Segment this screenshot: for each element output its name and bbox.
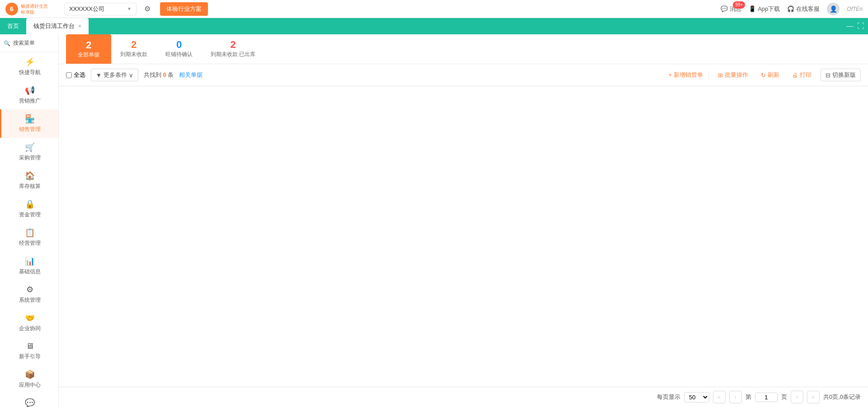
empty-placeholder (59, 86, 868, 387)
related-link[interactable]: 相关单据 (179, 71, 203, 79)
sidebar-item-system[interactable]: ⚙ 系统管理 (0, 280, 58, 309)
logo-area: 6 畅捷通好生意 标准版 (5, 3, 64, 15)
settings-button[interactable]: ⚙ (140, 2, 155, 16)
page-number-input[interactable] (755, 393, 778, 402)
sidebar-item-app-center[interactable]: 📦 应用中心 (0, 365, 58, 393)
stats-tabs: 2 全部单据 2 到期未收款 0 旺铺待确认 2 到期未收款 已出库 (59, 34, 868, 64)
table-area (59, 86, 868, 387)
newbie-icon: 🖥 (26, 342, 34, 351)
system-icon: ⚙ (26, 285, 33, 295)
stats-tab-overdue[interactable]: 2 到期未收款 (111, 34, 156, 64)
finance-icon: 🔒 (25, 199, 35, 209)
total-records-text: 共0页,0条记录 (823, 393, 861, 401)
app-name: 畅捷通好生意 标准版 (21, 3, 48, 15)
stats-all-num: 2 (86, 39, 91, 51)
stats-shipped-num: 2 (231, 39, 236, 51)
batch-operate-button[interactable]: ⊞ 批量操作 (714, 69, 752, 81)
sidebar: 🔍 搜索菜单 ⚡ 快捷导航 📢 营销推广 🏪 销售管理 🛒 采购管理 🏠 库存核… (0, 34, 59, 407)
toolbar-right: + 新增销货单 ⊞ 批量操作 ↻ 刷新 🖨 打印 ⊟ 切换新版 (669, 69, 861, 81)
sidebar-item-purchase[interactable]: 🛒 采购管理 (0, 138, 58, 166)
message-badge: 99+ (733, 1, 745, 9)
sidebar-item-sales[interactable]: 🏪 销售管理 (0, 109, 58, 138)
sidebar-item-finance[interactable]: 🔒 资金管理 (0, 195, 58, 223)
sidebar-item-inventory[interactable]: 🏠 库存核算 (0, 166, 58, 195)
often-label: OfTEn (847, 6, 863, 12)
message-button[interactable]: 💬 消息 99+ (721, 5, 741, 13)
nav-tabs: 首页 钱货日清工作台 × — ⛶ (0, 18, 868, 34)
search-icon: 🔍 (4, 40, 10, 47)
page-suffix: 页 (781, 393, 787, 401)
page-size-label: 每页显示 (657, 393, 680, 401)
batch-icon: ⊞ (718, 72, 723, 79)
main-layout: 🔍 搜索菜单 ⚡ 快捷导航 📢 营销推广 🏪 销售管理 🛒 采购管理 🏠 库存核… (0, 34, 868, 407)
refresh-icon: ↻ (761, 72, 766, 79)
pagination-bar: 每页显示 50 20 100 200 « ‹ 第 页 › » 共0页,0条记录 (59, 387, 868, 407)
stats-pending-num: 0 (176, 39, 182, 51)
basics-icon: 📊 (25, 256, 35, 266)
app-download-button[interactable]: 📱 App下载 (749, 5, 780, 13)
service-icon: 🎧 (787, 5, 794, 12)
toolbar: 全选 ▼ 更多条件 ∨ 共找到 0 条 相关单据 + 新增销货单 ⊞ (59, 64, 868, 86)
trial-button[interactable]: 体验行业方案 (160, 2, 208, 16)
print-icon: 🖨 (792, 72, 798, 79)
stats-tab-all[interactable]: 2 全部单据 (66, 34, 111, 64)
purchase-icon: 🛒 (25, 142, 35, 152)
divider (708, 71, 709, 79)
sales-icon: 🏪 (25, 114, 35, 124)
online-service-button[interactable]: 🎧 在线客服 (787, 5, 820, 13)
checkbox-input[interactable] (66, 72, 72, 78)
print-button[interactable]: 🖨 打印 (788, 69, 815, 81)
wechat-icon: 💬 (25, 398, 35, 407)
sidebar-item-newbie[interactable]: 🖥 新手引导 (0, 337, 58, 365)
chevron-down-icon: ∨ (129, 72, 133, 79)
found-count: 0 (163, 71, 166, 78)
last-page-button[interactable]: » (807, 391, 820, 403)
app-center-icon: 📦 (25, 370, 35, 379)
sidebar-search-area[interactable]: 🔍 搜索菜单 (0, 34, 58, 52)
stats-pending-label: 旺铺待确认 (165, 51, 193, 58)
maximize-icon[interactable]: ⛶ (857, 22, 864, 30)
stats-tab-pending[interactable]: 0 旺铺待确认 (156, 34, 202, 64)
sidebar-item-wechat[interactable]: 💬 企业微信 (0, 393, 58, 407)
quick-nav-icon: ⚡ (25, 57, 35, 67)
stats-all-label: 全部单据 (78, 51, 99, 59)
inventory-icon: 🏠 (25, 171, 35, 181)
stats-overdue-num: 2 (131, 39, 137, 51)
prev-page-button[interactable]: ‹ (729, 391, 742, 403)
next-page-button[interactable]: › (791, 391, 803, 403)
page-label: 第 (745, 393, 751, 401)
minimize-icon[interactable]: — (846, 22, 854, 30)
tab-close-icon[interactable]: × (78, 23, 81, 29)
enterprise-icon: 🤝 (25, 313, 35, 323)
stats-overdue-label: 到期未收款 (120, 51, 147, 58)
sidebar-item-operations[interactable]: 📋 经营管理 (0, 223, 58, 252)
page-size-select[interactable]: 50 20 100 200 (684, 392, 709, 402)
avatar-button[interactable]: 👤 (827, 3, 840, 15)
switch-new-version-button[interactable]: ⊟ 切换新版 (821, 69, 861, 81)
filter-button[interactable]: ▼ 更多条件 ∨ (91, 69, 138, 81)
sidebar-item-enterprise[interactable]: 🤝 企业协同 (0, 309, 58, 337)
stats-tab-shipped[interactable]: 2 到期未收款 已出库 (202, 34, 264, 64)
filter-icon: ▼ (96, 72, 102, 79)
top-header: 6 畅捷通好生意 标准版 XXXXXX公司 ▼ ⚙ 体验行业方案 💬 消息 99… (0, 0, 868, 18)
marketing-icon: 📢 (25, 85, 35, 95)
content-area: 2 全部单据 2 到期未收款 0 旺铺待确认 2 到期未收款 已出库 全选 (59, 34, 868, 407)
select-all-checkbox[interactable]: 全选 (66, 71, 85, 79)
sidebar-item-quick-nav[interactable]: ⚡ 快捷导航 (0, 52, 58, 81)
sidebar-item-basics[interactable]: 📊 基础信息 (0, 252, 58, 280)
refresh-button[interactable]: ↻ 刷新 (757, 69, 783, 81)
tab-home[interactable]: 首页 (0, 18, 26, 34)
company-selector[interactable]: XXXXXX公司 ▼ (64, 3, 137, 15)
tab-workbench[interactable]: 钱货日清工作台 × (26, 18, 89, 34)
download-icon: 📱 (749, 5, 756, 12)
new-sale-button[interactable]: + 新增销货单 (669, 71, 703, 79)
found-text: 共找到 0 条 (144, 71, 174, 79)
first-page-button[interactable]: « (713, 391, 726, 403)
message-icon: 💬 (721, 5, 728, 12)
app-logo-icon: 6 (5, 3, 18, 15)
operations-icon: 📋 (25, 228, 35, 238)
header-right: 💬 消息 99+ 📱 App下载 🎧 在线客服 👤 OfTEn (721, 3, 863, 15)
sidebar-item-marketing[interactable]: 📢 营销推广 (0, 81, 58, 109)
nav-tabs-right: — ⛶ (846, 22, 868, 30)
company-name: XXXXXX公司 (69, 5, 104, 13)
